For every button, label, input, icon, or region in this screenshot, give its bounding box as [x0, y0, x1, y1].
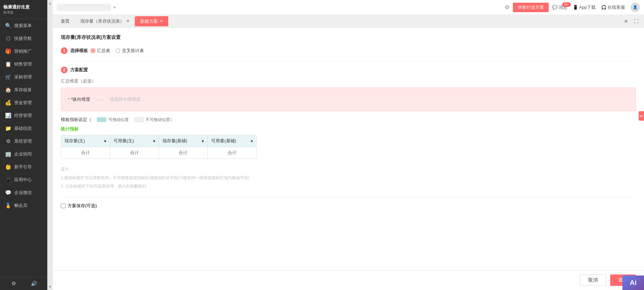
sidebar-item-operations[interactable]: 📊 经营管理	[0, 109, 47, 122]
scroll-up-btn[interactable]: ▲	[48, 1, 52, 5]
sidebar-item-finance[interactable]: 💰 资金管理	[0, 96, 47, 109]
building-icon: 🏢	[5, 151, 11, 157]
tab-new-plan-close-icon[interactable]: ✕	[160, 19, 163, 23]
save-checkbox[interactable]	[61, 203, 66, 208]
section-config-num: 2	[61, 67, 68, 73]
ai-button[interactable]: Ai	[622, 275, 644, 290]
sidebar-item-label: 应用中心	[14, 177, 32, 183]
tab-home[interactable]: 首页	[55, 16, 75, 26]
hints-section: 提示： 1.拖动标题栏可以调整布局，不可跨维度或指标区域拖动栏目字段(只能在同一…	[61, 166, 636, 190]
stats-header-row: 现存量(主) ▾ 可用量(主) ▾ 现存量(基辅) ▾	[61, 135, 256, 147]
message-icon: 💬	[552, 5, 558, 10]
sidebar-item-purchase[interactable]: 🛒 采购管理	[0, 71, 47, 83]
sidebar-item-label: 企业微信	[14, 190, 32, 196]
stats-header-current-aux[interactable]: 现存量(基辅) ▾	[159, 135, 208, 147]
sidebar-item-member[interactable]: 🏅 畅会员	[0, 199, 47, 212]
bottom-bar: 取消 查询	[53, 270, 644, 290]
cart-icon: 🛒	[5, 74, 11, 80]
volume-icon[interactable]: 🔊	[30, 281, 37, 287]
required-mark: *	[68, 97, 70, 102]
section-config: 2 方案配置 汇总维度（必选） * *纵向维度 —— 请选择分组维度 模板指标设…	[61, 67, 636, 190]
app-download-label: App下载	[579, 4, 596, 10]
available-aux-dropdown-icon[interactable]: ▾	[251, 139, 253, 144]
stats-body-row: 合计 合计 合计 合计	[61, 147, 256, 159]
sidebar-item-search[interactable]: 🔍 搜索菜单	[0, 19, 47, 32]
dimension-box[interactable]: * *纵向维度 —— 请选择分组维度	[61, 88, 636, 111]
sidebar-item-label: 系统管理	[14, 138, 32, 144]
sidebar-item-sales[interactable]: 📋 销售管理	[0, 58, 47, 71]
sidebar-item-label: 营销推广	[14, 48, 32, 54]
available-main-label: 可用量(主)	[114, 138, 134, 144]
section-divider	[61, 61, 636, 61]
house-icon: 🏠	[5, 87, 11, 93]
stats-title: 统计指标	[61, 126, 636, 132]
tab-inventory-status[interactable]: 现存量（库存状况表） ✕	[75, 16, 135, 26]
tab-new-plan[interactable]: 新建方案 ✕	[135, 16, 168, 26]
online-service-btn[interactable]: 🎧 在线客服	[601, 4, 625, 10]
sidebar-item-wechat[interactable]: 💬 企业微信	[0, 186, 47, 199]
sidebar-item-newbie[interactable]: 👶 新手引导	[0, 161, 47, 173]
sidebar-logo: 畅康通好生意 标准版	[0, 0, 47, 19]
radio-cross[interactable]: 交叉统计表	[116, 48, 144, 54]
scroll-down-btn[interactable]: ▼	[48, 285, 52, 289]
main-area: ▼ ⚙ 体验行业方案 💬 消息 99+ 📱 App下载 🎧 在线客服 👤	[53, 0, 644, 290]
sidebar-item-basic[interactable]: 📁 基础信息	[0, 122, 47, 135]
chart-icon: 📊	[5, 113, 11, 119]
gear-icon: ⚙	[5, 138, 11, 144]
right-edge-icon: ❯	[640, 115, 643, 117]
stats-header-current-main[interactable]: 现存量(主) ▾	[61, 135, 110, 147]
legend-non-draggable: 不可拖动位置）	[134, 117, 174, 123]
content-wrapper: 现存量(库存状况表)方案设置 1 选择模板 汇总表 交叉统计表	[53, 28, 644, 290]
tabbar: 首页 现存量（库存状况表） ✕ 新建方案 ✕ ✕ ⛶	[53, 15, 644, 28]
section-template: 1 选择模板 汇总表 交叉统计表	[61, 47, 636, 54]
trial-btn[interactable]: 体验行业方案	[513, 3, 549, 12]
radio-cross-label: 交叉统计表	[122, 48, 144, 54]
section-config-label: 方案配置	[70, 67, 88, 73]
sidebar-item-enterprise[interactable]: 🏢 企业协同	[0, 148, 47, 161]
sidebar-item-marketing[interactable]: 🎁 营销推广	[0, 45, 47, 58]
sidebar-item-inventory[interactable]: 🏠 库存核算	[0, 83, 47, 96]
message-icon-btn[interactable]: 💬 消息 99+	[552, 4, 567, 10]
section-config-header: 2 方案配置	[61, 67, 636, 73]
stats-cell-1: 合计	[61, 147, 110, 159]
folder-icon: 📁	[5, 125, 11, 131]
user-avatar[interactable]: 👤	[630, 3, 640, 12]
radio-summary[interactable]: 汇总表	[91, 48, 110, 54]
medal-icon: 🏅	[5, 202, 11, 209]
expand-window-btn[interactable]: ⛶	[631, 17, 641, 26]
topbar-search: ▼	[57, 4, 501, 11]
search-input[interactable]	[57, 4, 111, 11]
available-main-dropdown-icon[interactable]: ▾	[153, 139, 155, 144]
app-download-btn[interactable]: 📱 App下载	[573, 4, 596, 10]
sidebar-nav: 🔍 搜索菜单 ⬡ 快捷导航 🎁 营销推广 📋 销售管理 🛒 采购管理 🏠 库存核…	[0, 19, 47, 277]
sidebar-item-shortcut[interactable]: ⬡ 快捷导航	[0, 32, 47, 45]
available-aux-label: 可用量(基辅)	[211, 138, 236, 144]
cancel-button[interactable]: 取消	[580, 274, 606, 286]
sidebar-item-system[interactable]: ⚙ 系统管理	[0, 135, 47, 148]
sidebar-item-label: 资金管理	[14, 100, 32, 106]
settings-icon[interactable]: ⚙	[10, 281, 17, 287]
section-template-header: 1 选择模板 汇总表 交叉统计表	[61, 47, 636, 54]
page-content: 现存量(库存状况表)方案设置 1 选择模板 汇总表 交叉统计表	[53, 28, 644, 270]
indicator-setting-label: 模板指标设定（	[61, 117, 92, 123]
sidebar-item-label: 采购管理	[14, 74, 32, 80]
current-aux-dropdown-icon[interactable]: ▾	[202, 139, 204, 144]
search-icon: 🔍	[5, 23, 11, 29]
close-window-btn[interactable]: ✕	[621, 17, 631, 26]
topbar-right: 💬 消息 99+ 📱 App下载 🎧 在线客服 👤	[552, 3, 640, 12]
gift-icon: 🎁	[5, 48, 11, 54]
sidebar-item-apps[interactable]: 📱 应用中心	[0, 173, 47, 186]
stats-header-available-aux[interactable]: 可用量(基辅) ▾	[208, 135, 256, 147]
current-main-dropdown-icon[interactable]: ▾	[104, 139, 106, 144]
radio-summary-dot	[91, 48, 95, 53]
dimension-placeholder: 请选择分组维度	[110, 96, 141, 102]
tab-inventory-close-icon[interactable]: ✕	[126, 19, 129, 23]
stats-header-available-main[interactable]: 可用量(主) ▾	[110, 135, 159, 147]
mobile-icon: 📱	[5, 177, 11, 183]
radio-summary-label: 汇总表	[97, 48, 110, 54]
hint-2: 2. 点击标题栏下拉可设置排序、插入列和删除列	[61, 183, 636, 190]
right-edge-handle[interactable]: ❯	[639, 111, 644, 121]
stats-table: 现存量(主) ▾ 可用量(主) ▾ 现存量(基辅) ▾	[61, 135, 257, 159]
topbar: ▼ ⚙ 体验行业方案 💬 消息 99+ 📱 App下载 🎧 在线客服 👤	[53, 0, 644, 15]
topbar-gear-icon[interactable]: ⚙	[505, 4, 510, 10]
